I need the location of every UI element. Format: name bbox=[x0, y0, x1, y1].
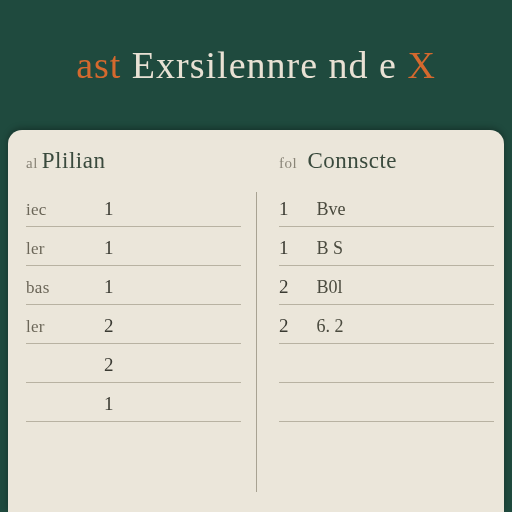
row-number: 1 bbox=[104, 276, 114, 298]
row-label: ler bbox=[26, 317, 104, 337]
row-label: iec bbox=[26, 200, 104, 220]
table-row: 2 bbox=[26, 344, 241, 383]
row-number: 2 bbox=[104, 315, 114, 337]
table-row: 1 Bve bbox=[279, 188, 494, 227]
row-number: 2 bbox=[104, 354, 114, 376]
row-value: B S bbox=[317, 238, 344, 259]
title-main: Exrsilennre nd e bbox=[121, 44, 407, 86]
row-number: 1 bbox=[104, 237, 114, 259]
row-label: ler bbox=[26, 239, 104, 259]
page-title: ast Exrsilennre nd e X bbox=[76, 43, 436, 87]
table-row: iec 1 bbox=[26, 188, 241, 227]
title-accent-left: ast bbox=[76, 44, 121, 86]
left-header-small: al bbox=[26, 155, 38, 171]
table-row: bas 1 bbox=[26, 266, 241, 305]
row-number: 1 bbox=[104, 393, 114, 415]
left-column-header: alPlilian bbox=[26, 148, 241, 174]
right-column-header: fol Connscte bbox=[279, 148, 494, 174]
table-row: ler 2 bbox=[26, 305, 241, 344]
row-label: bas bbox=[26, 278, 104, 298]
right-header-small: fol bbox=[279, 155, 297, 171]
table-row: 2 B0l bbox=[279, 266, 494, 305]
left-header-text: Plilian bbox=[42, 148, 106, 173]
table-row: ler 1 bbox=[26, 227, 241, 266]
title-accent-right: X bbox=[407, 44, 435, 86]
left-column: alPlilian iec 1 ler 1 bas 1 ler 2 2 1 bbox=[8, 130, 251, 512]
table-row bbox=[279, 383, 494, 422]
row-number: 1 bbox=[279, 198, 289, 220]
right-column: fol Connscte 1 Bve 1 B S 2 B0l 2 6. 2 bbox=[251, 130, 504, 512]
right-header-text: Connscte bbox=[307, 148, 397, 173]
row-number: 1 bbox=[104, 198, 114, 220]
row-value: B0l bbox=[317, 277, 343, 298]
table-row: 1 bbox=[26, 383, 241, 422]
table-row: 1 B S bbox=[279, 227, 494, 266]
content-panel: alPlilian iec 1 ler 1 bas 1 ler 2 2 1 fo… bbox=[8, 130, 504, 512]
row-value: Bve bbox=[317, 199, 346, 220]
row-number: 2 bbox=[279, 276, 289, 298]
row-number: 2 bbox=[279, 315, 289, 337]
row-value: 6. 2 bbox=[317, 316, 344, 337]
row-number: 1 bbox=[279, 237, 289, 259]
header-bar: ast Exrsilennre nd e X bbox=[0, 0, 512, 130]
table-row bbox=[279, 344, 494, 383]
table-row: 2 6. 2 bbox=[279, 305, 494, 344]
